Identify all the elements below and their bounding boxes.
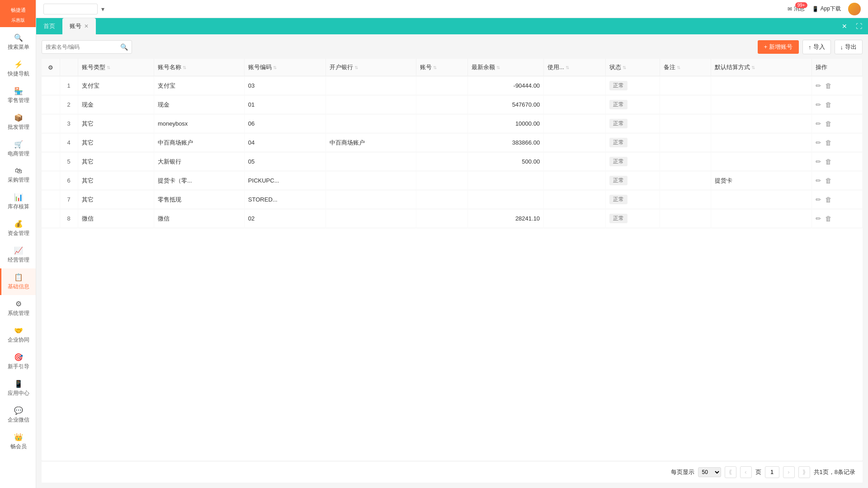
search-icon[interactable]: 🔍 xyxy=(120,43,128,51)
row-usage xyxy=(544,190,605,209)
page-next-button[interactable]: › xyxy=(783,466,795,478)
edit-button[interactable]: ✏ xyxy=(816,177,821,185)
sidebar-item-guide[interactable]: 🎯 新手引导 xyxy=(0,348,36,375)
sidebar-item-search[interactable]: 🔍 搜索菜单 xyxy=(0,29,36,56)
system-icon: ⚙ xyxy=(15,300,22,308)
row-balance: 383866.00 xyxy=(467,133,543,152)
sidebar-item-purchase[interactable]: 🛍 采购管理 xyxy=(0,162,36,188)
table-row: 3 其它 moneybosx 06 10000.00 正常 ✏ 🗑 xyxy=(42,114,863,133)
tab-close-all-button[interactable]: ✕ xyxy=(839,21,850,32)
row-actions: ✏ 🗑 xyxy=(812,152,863,171)
sidebar-item-finance[interactable]: 💰 资金管理 xyxy=(0,215,36,242)
row-type: 其它 xyxy=(78,152,154,171)
delete-button[interactable]: 🗑 xyxy=(825,215,832,223)
col-type[interactable]: 账号类型⇅ xyxy=(78,59,154,76)
delete-button[interactable]: 🗑 xyxy=(825,139,832,147)
edit-button[interactable]: ✏ xyxy=(816,139,821,147)
row-remark xyxy=(660,133,711,152)
sidebar-item-system[interactable]: ⚙ 系统管理 xyxy=(0,295,36,322)
content-area: 🔍 + 新增账号 ↑ 导入 ↓ 导出 ⚙ xyxy=(36,34,868,488)
sidebar-item-wholesale[interactable]: 📦 批发管理 xyxy=(0,109,36,136)
delete-button[interactable]: 🗑 xyxy=(825,82,832,90)
sidebar-item-inventory[interactable]: 📊 库存核算 xyxy=(0,188,36,215)
row-status: 正常 xyxy=(605,171,660,190)
edit-button[interactable]: ✏ xyxy=(816,158,821,166)
page-number-input[interactable] xyxy=(765,466,779,478)
col-config[interactable]: ⚙ xyxy=(42,59,60,76)
col-account[interactable]: 账号⇅ xyxy=(416,59,468,76)
delete-button[interactable]: 🗑 xyxy=(825,177,832,185)
page-prev-button[interactable]: ‹ xyxy=(740,466,752,478)
sidebar-item-retail[interactable]: 🏪 零售管理 xyxy=(0,82,36,109)
import-label: 导入 xyxy=(813,43,825,51)
tab-account[interactable]: 账号 ✕ xyxy=(62,18,96,34)
quick-icon: ⚡ xyxy=(14,60,23,69)
col-default-settlement[interactable]: 默认结算方式⇅ xyxy=(711,59,812,76)
logo-subtext: 乐惠版 xyxy=(11,17,25,23)
search-input[interactable] xyxy=(46,44,120,50)
page-size-select[interactable]: 50 10 20 100 xyxy=(698,467,721,477)
row-type: 其它 xyxy=(78,190,154,209)
col-name[interactable]: 账号名称⇅ xyxy=(154,59,244,76)
app-center-icon: 📱 xyxy=(14,380,23,388)
row-code: 03 xyxy=(244,76,326,95)
col-balance[interactable]: 最新余额⇅ xyxy=(467,59,543,76)
row-account xyxy=(416,114,468,133)
edit-button[interactable]: ✏ xyxy=(816,101,821,109)
col-remark[interactable]: 备注⇅ xyxy=(660,59,711,76)
delete-button[interactable]: 🗑 xyxy=(825,196,832,204)
export-button[interactable]: ↓ 导出 xyxy=(835,40,863,54)
sidebar-item-ecommerce[interactable]: 🛒 电商管理 xyxy=(0,136,36,162)
header-search-input[interactable] xyxy=(43,4,98,14)
row-num: 5 xyxy=(60,152,78,171)
app-download-button[interactable]: 📱 App下载 xyxy=(812,5,841,13)
col-bank[interactable]: 开户银行⇅ xyxy=(326,59,416,76)
row-bank xyxy=(326,190,416,209)
col-status[interactable]: 状态⇅ xyxy=(605,59,660,76)
sidebar-item-quick[interactable]: ⚡ 快捷导航 xyxy=(0,56,36,82)
message-button[interactable]: ✉ 消息 99+ xyxy=(788,5,805,13)
sidebar-item-member[interactable]: 👑 畅会员 xyxy=(0,428,36,455)
row-balance: 10000.00 xyxy=(467,114,543,133)
sidebar-item-wechat[interactable]: 💬 企业微信 xyxy=(0,402,36,428)
row-balance xyxy=(467,171,543,190)
svg-text:畅捷通: 畅捷通 xyxy=(10,7,25,13)
sidebar-item-label: 应用中心 xyxy=(8,389,29,397)
row-code: 05 xyxy=(244,152,326,171)
sidebar-item-app-center[interactable]: 📱 应用中心 xyxy=(0,375,36,402)
row-usage xyxy=(544,209,605,228)
tab-bar-actions: ✕ ⛶ xyxy=(839,21,868,32)
sidebar-item-operation[interactable]: 📈 经营管理 xyxy=(0,242,36,268)
page-last-button[interactable]: ⟫ xyxy=(798,466,810,478)
retail-icon: 🏪 xyxy=(14,87,23,95)
row-usage xyxy=(544,114,605,133)
sidebar-item-enterprise[interactable]: 🤝 企业协同 xyxy=(0,322,36,348)
toolbar-right: + 新增账号 ↑ 导入 ↓ 导出 xyxy=(758,40,863,54)
sidebar-item-label: 系统管理 xyxy=(8,310,29,317)
edit-button[interactable]: ✏ xyxy=(816,215,821,223)
sidebar-item-label: 零售管理 xyxy=(8,97,29,104)
avatar[interactable] xyxy=(848,3,861,15)
col-usage[interactable]: 使用...⇅ xyxy=(544,59,605,76)
col-code[interactable]: 账号编码⇅ xyxy=(244,59,326,76)
main-area: ▾ ✉ 消息 99+ 📱 App下载 首页 账号 ✕ ✕ xyxy=(36,0,868,488)
edit-button[interactable]: ✏ xyxy=(816,120,821,128)
top-header: ▾ ✉ 消息 99+ 📱 App下载 xyxy=(36,0,868,18)
import-button[interactable]: ↑ 导入 xyxy=(802,40,831,54)
edit-button[interactable]: ✏ xyxy=(816,196,821,204)
row-config xyxy=(42,152,60,171)
delete-button[interactable]: 🗑 xyxy=(825,158,832,166)
tab-home[interactable]: 首页 xyxy=(36,18,62,34)
sidebar-item-basic[interactable]: 📋 基础信息 xyxy=(0,268,36,295)
delete-button[interactable]: 🗑 xyxy=(825,120,832,128)
add-account-button[interactable]: + 新增账号 xyxy=(758,40,799,54)
dropdown-icon[interactable]: ▾ xyxy=(101,5,104,13)
tab-close-icon[interactable]: ✕ xyxy=(84,23,89,29)
row-actions: ✏ 🗑 xyxy=(812,76,863,95)
tab-fullscreen-button[interactable]: ⛶ xyxy=(854,21,864,32)
delete-button[interactable]: 🗑 xyxy=(825,101,832,109)
row-config xyxy=(42,171,60,190)
edit-button[interactable]: ✏ xyxy=(816,82,821,90)
sidebar-item-label: 电商管理 xyxy=(8,150,29,158)
page-first-button[interactable]: ⟪ xyxy=(725,466,736,478)
